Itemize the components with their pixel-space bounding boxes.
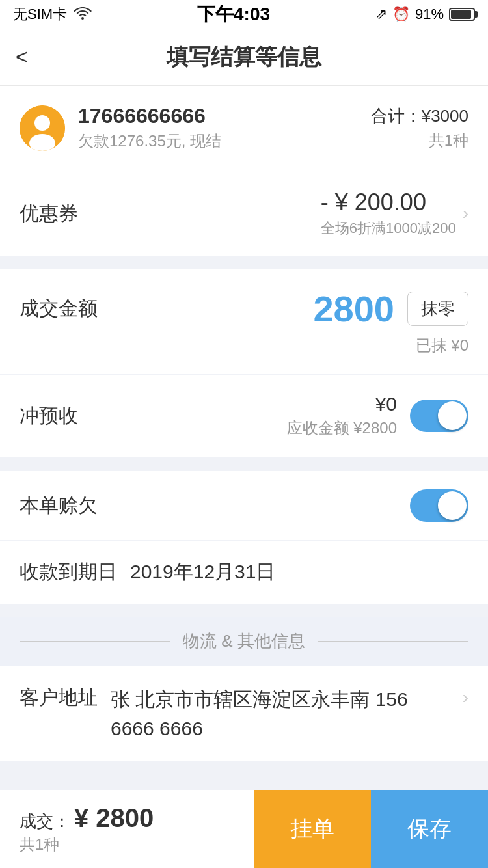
total-label: 合计：¥3000 [371,105,468,128]
deal-sub: 已抹 ¥0 [20,335,468,356]
status-left: 无SIM卡 [13,5,92,24]
separator-2 [0,457,488,470]
prepay-section: 冲预收 ¥0 应收金额 ¥2800 [0,375,488,457]
nav-bar: < 填写结算等信息 [0,29,488,86]
bottom-bar: 成交： ¥ 2800 共1种 挂单 保存 [0,790,488,868]
user-info: 17666666666 欠款1276.35元, 现结 [78,104,221,152]
logistics-text: 物流 & 其他信息 [183,630,305,653]
bottom-info: 成交： ¥ 2800 共1种 [0,804,254,855]
user-section: 17666666666 欠款1276.35元, 现结 合计：¥3000 共1种 [0,86,488,170]
due-date: 2019年12月31日 [130,559,275,586]
battery-percent: 91% [415,6,444,23]
coupon-section[interactable]: 优惠券 - ¥ 200.00 全场6折满1000减200 › [0,170,488,256]
toggle-knob [438,401,467,430]
user-right: 合计：¥3000 共1种 [371,105,468,151]
back-button[interactable]: < [16,45,28,69]
deal-section: 成交金额 2800 抹零 已抹 ¥0 [0,269,488,374]
prepay-toggle[interactable] [410,400,468,432]
bottom-deal-amount: ¥ 2800 [74,804,154,833]
address-chevron-icon: › [463,687,468,708]
debt-toggle-knob [438,491,467,520]
svg-point-1 [34,115,50,131]
address-label: 客户地址 [20,685,98,711]
avatar [20,105,65,151]
content-area: 17666666666 欠款1276.35元, 现结 合计：¥3000 共1种 … [0,86,488,868]
user-left: 17666666666 欠款1276.35元, 现结 [20,104,221,152]
status-bar: 无SIM卡 下午4:03 ⇗ ⏰ 91% [0,0,488,29]
deal-right: 2800 抹零 [313,288,468,330]
coupon-chevron-icon: › [463,203,468,224]
prepay-label: 冲预收 [20,403,78,429]
user-sub: 欠款1276.35元, 现结 [78,131,221,152]
prepay-sub: 应收金额 ¥2800 [287,418,397,439]
status-right: ⇗ ⏰ 91% [375,6,475,23]
round-off-button[interactable]: 抹零 [407,292,468,326]
carrier-label: 无SIM卡 [13,5,67,24]
prepay-amount: ¥0 应收金额 ¥2800 [287,393,397,439]
debt-section: 本单赊欠 [0,471,488,540]
total-count: 共1种 [371,130,468,151]
deal-row: 成交金额 2800 抹零 [20,288,468,330]
bottom-count: 共1种 [20,834,234,855]
user-phone: 17666666666 [78,104,221,128]
separator-1 [0,256,488,269]
bottom-deal-label: 成交： [20,810,70,833]
battery-icon [449,8,475,21]
coupon-detail: 全场6折满1000减200 [321,219,456,238]
location-icon: ⇗ [375,6,387,23]
divider-line-left [20,641,170,642]
divider-line-right [318,641,468,642]
due-section: 收款到期日 2019年12月31日 [0,541,488,604]
due-row: 收款到期日 2019年12月31日 [20,559,468,586]
debt-label: 本单赊欠 [20,493,98,519]
prepay-row: 冲预收 ¥0 应收金额 ¥2800 [20,393,468,439]
debt-toggle[interactable] [410,489,468,522]
prepay-right: ¥0 应收金额 ¥2800 [287,393,468,439]
deal-label: 成交金额 [20,295,98,322]
coupon-info: - ¥ 200.00 全场6折满1000减200 [321,189,456,238]
coupon-right: - ¥ 200.00 全场6折满1000减200 › [321,189,468,238]
deal-amount: 2800 [313,288,394,330]
coupon-label: 优惠券 [20,200,78,227]
save-button[interactable]: 保存 [371,790,488,868]
wifi-icon [74,5,92,23]
prepay-value: ¥0 [287,393,397,415]
page-title: 填写结算等信息 [167,42,321,72]
logistics-section: 物流 & 其他信息 [0,617,488,666]
hang-button[interactable]: 挂单 [254,790,371,868]
address-content: 张 北京市市辖区海淀区永丰南 156 6666 6666 [111,685,456,743]
address-section[interactable]: 客户地址 张 北京市市辖区海淀区永丰南 156 6666 6666 › [0,666,488,761]
logistics-divider: 物流 & 其他信息 [20,630,468,653]
coupon-discount: - ¥ 200.00 [321,189,456,216]
alarm-icon: ⏰ [392,6,410,23]
due-label: 收款到期日 [20,559,117,586]
status-time: 下午4:03 [197,2,270,27]
